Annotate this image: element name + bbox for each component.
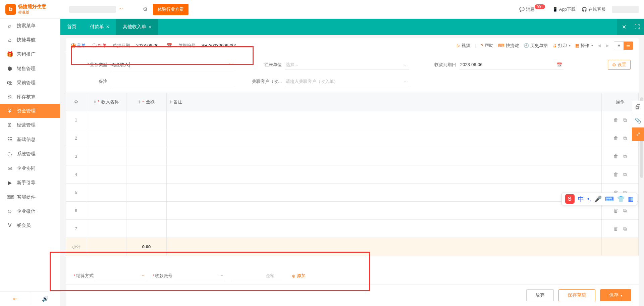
cell-amount[interactable] (126, 147, 167, 165)
settle-amount-input[interactable] (231, 271, 282, 280)
delete-row-icon[interactable]: 🗑 (613, 117, 619, 123)
copy-row-icon[interactable]: ⧉ (623, 171, 627, 177)
app-download-link[interactable]: 📱 App下载 (552, 6, 576, 12)
messages-link[interactable]: 💬 消息 99+ (519, 6, 546, 12)
sidebar-item-10[interactable]: ✉企业协同 (0, 161, 60, 175)
cell-remark[interactable] (167, 111, 602, 129)
expand-tool-button[interactable]: ⤢ (632, 128, 644, 141)
cell-income-name[interactable] (86, 165, 126, 184)
sidebar-collapse-button[interactable]: ⇤ (0, 292, 30, 305)
sidebar-sound-button[interactable]: 🔊 (30, 292, 60, 305)
more-icon[interactable]: ⋯ (404, 62, 408, 67)
settings-button[interactable]: ⚙设置 (608, 60, 631, 70)
th-settings[interactable]: ⚙ (66, 93, 86, 111)
sidebar-item-6[interactable]: ¥资金管理 (0, 104, 60, 118)
settle-account-input[interactable] (174, 271, 225, 280)
try-industry-button[interactable]: 体验行业方案 (153, 4, 189, 15)
cell-amount[interactable] (126, 202, 167, 220)
user-name-masked[interactable] (612, 6, 639, 13)
rel-customer-input[interactable] (285, 77, 409, 86)
ime-mic-icon[interactable]: 🎤 (594, 195, 602, 203)
video-help-button[interactable]: ▷视频 (457, 43, 470, 49)
cell-amount[interactable] (126, 129, 167, 147)
ime-punct-button[interactable]: •, (587, 196, 591, 203)
print-button[interactable]: 🖨打印▾ (552, 43, 571, 49)
sidebar-item-8[interactable]: ☷基础信息 (0, 132, 60, 147)
remark-input[interactable] (111, 77, 235, 86)
sidebar-item-1[interactable]: ⌂快捷导航 (0, 33, 60, 47)
sidebar-item-5[interactable]: ⎘库存核算 (0, 90, 60, 104)
biz-type-input[interactable]: 现金收入 (111, 60, 235, 70)
shortcut-button[interactable]: ⌨快捷键 (498, 43, 519, 49)
th-remark[interactable]: ▲▼备注 (167, 93, 602, 111)
tab-close-all-button[interactable]: ✕ (617, 19, 631, 35)
radio-blue[interactable]: 蓝单 (71, 43, 86, 49)
ime-toolbar[interactable]: S 中 •, 🎤 ⌨ 👕 ▦ (561, 193, 637, 205)
ops-button[interactable]: ▦操作▾ (575, 43, 593, 49)
copy-row-icon[interactable]: ⧉ (623, 117, 627, 123)
cell-remark[interactable] (167, 202, 602, 220)
next-doc-button[interactable]: ▶ (606, 43, 609, 48)
th-amount[interactable]: ▲▼*金额 (126, 93, 167, 111)
cell-income-name[interactable] (86, 147, 126, 165)
ime-keyboard-icon[interactable]: ⌨ (605, 195, 614, 203)
discard-button[interactable]: 放弃 (526, 289, 554, 301)
sidebar-item-4[interactable]: 🛍采购管理 (0, 76, 60, 90)
sidebar-item-2[interactable]: 🎁营销推广 (0, 47, 60, 61)
table-row[interactable]: 4🗑⧉ (66, 165, 639, 184)
online-service-link[interactable]: 🎧 在线客服 (582, 6, 606, 12)
delete-row-icon[interactable]: 🗑 (613, 226, 619, 232)
settle-method-input[interactable] (96, 271, 146, 280)
copy-row-icon[interactable]: ⧉ (623, 135, 627, 141)
delete-row-icon[interactable]: 🗑 (613, 208, 619, 214)
attachment-tool-button[interactable]: 📎 (632, 114, 644, 128)
tab-fullscreen-button[interactable]: ⛶ (631, 19, 644, 35)
delete-row-icon[interactable]: 🗑 (613, 153, 619, 159)
cell-remark[interactable] (167, 165, 602, 184)
prev-doc-button[interactable]: ◀ (598, 43, 601, 48)
table-row[interactable]: 5🗑⧉ (66, 184, 639, 202)
doc-date-value[interactable]: 2023-06-06 (136, 43, 159, 48)
table-row[interactable]: 2🗑⧉ (66, 129, 639, 147)
sidebar-item-3[interactable]: ⬢销售管理 (0, 61, 60, 76)
company-selector[interactable]: ﹀ (69, 6, 136, 13)
save-button[interactable]: 保存▾ (600, 289, 631, 301)
close-icon[interactable]: ✕ (148, 24, 152, 29)
delete-row-icon[interactable]: 🗑 (613, 135, 619, 141)
calendar-icon[interactable]: 📅 (557, 62, 562, 67)
tab-2[interactable]: 其他收入单✕ (116, 19, 158, 35)
copy-row-icon[interactable]: ⧉ (623, 153, 627, 159)
cell-amount[interactable] (126, 165, 167, 184)
cell-remark[interactable] (167, 184, 602, 202)
copy-row-icon[interactable]: ⧉ (623, 226, 627, 232)
sidebar-item-9[interactable]: ◌系统管理 (0, 147, 60, 161)
calendar-icon[interactable]: 📅 (167, 43, 172, 48)
help-button[interactable]: ?帮助 (481, 43, 493, 49)
history-button[interactable]: 🕘历史单据 (524, 43, 548, 49)
gear-icon[interactable]: ⚙ (143, 6, 148, 12)
table-row[interactable]: 3🗑⧉ (66, 147, 639, 165)
note-tool-button[interactable]: 🗐 (632, 101, 644, 114)
cell-income-name[interactable] (86, 220, 126, 238)
due-date-input[interactable] (460, 60, 564, 69)
view-list-button[interactable]: ≡ (614, 42, 624, 50)
tab-0[interactable]: 首页 (60, 19, 83, 35)
cell-amount[interactable] (126, 220, 167, 238)
cell-income-name[interactable] (86, 111, 126, 129)
cell-income-name[interactable] (86, 129, 126, 147)
cell-remark[interactable] (167, 129, 602, 147)
ime-skin-icon[interactable]: 👕 (617, 195, 625, 203)
table-row[interactable]: 1🗑⧉ (66, 111, 639, 129)
th-income-name[interactable]: ▲▼*收入名称 (86, 93, 126, 111)
radio-red[interactable]: 红单 (92, 43, 107, 49)
more-icon[interactable]: ⋯ (404, 79, 408, 84)
more-icon[interactable]: ⋯ (219, 273, 224, 278)
save-draft-button[interactable]: 保存草稿 (558, 289, 595, 301)
cell-remark[interactable] (167, 147, 602, 165)
chevron-down-icon[interactable]: ﹀ (141, 273, 145, 279)
sidebar-item-12[interactable]: ⌨智能硬件 (0, 190, 60, 204)
cell-remark[interactable] (167, 220, 602, 238)
tab-1[interactable]: 付款单✕ (83, 19, 116, 35)
delete-row-icon[interactable]: 🗑 (613, 171, 619, 177)
cell-amount[interactable] (126, 111, 167, 129)
